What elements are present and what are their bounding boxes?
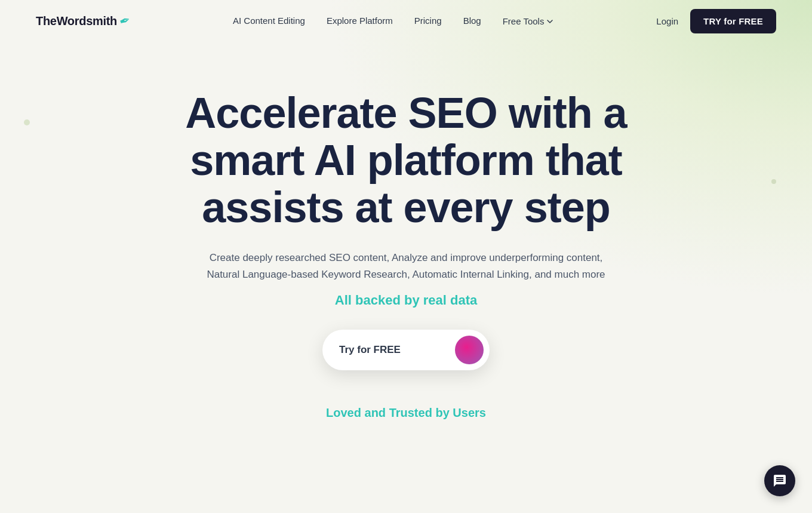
nav-pricing[interactable]: Pricing — [414, 16, 442, 26]
nav-right: Login TRY for FREE — [656, 9, 776, 33]
hero-backed-text: All backed by real data — [335, 293, 477, 308]
navbar: TheWordsmith ✒ AI Content Editing Explor… — [0, 0, 812, 42]
chat-icon — [773, 474, 787, 488]
logo-feather-icon: ✒ — [117, 12, 133, 30]
hero-title: Accelerate SEO with a smart AI platform … — [185, 90, 626, 232]
nav-free-tools[interactable]: Free Tools — [503, 16, 554, 26]
nav-ai-content-editing[interactable]: AI Content Editing — [233, 16, 305, 26]
cta-pill-label: Try for FREE — [339, 344, 401, 356]
hero-section: Accelerate SEO with a smart AI platform … — [0, 42, 812, 444]
cta-pill-icon — [455, 336, 484, 364]
login-link[interactable]: Login — [656, 16, 678, 26]
logo-text: TheWordsmith — [36, 14, 117, 28]
nav-blog[interactable]: Blog — [463, 16, 481, 26]
chat-bubble-button[interactable] — [764, 465, 795, 496]
nav-explore-platform[interactable]: Explore Platform — [327, 16, 393, 26]
logo-link[interactable]: TheWordsmith ✒ — [36, 13, 130, 29]
hero-subtitle: Create deeply researched SEO content, An… — [203, 250, 609, 283]
hero-cta-pill[interactable]: Try for FREE — [322, 330, 490, 370]
chevron-down-icon — [546, 18, 553, 25]
loved-trusted-text: Loved and Trusted by Users — [326, 406, 486, 420]
try-free-button[interactable]: TRY for FREE — [690, 9, 776, 33]
nav-links: AI Content Editing Explore Platform Pric… — [233, 16, 553, 26]
